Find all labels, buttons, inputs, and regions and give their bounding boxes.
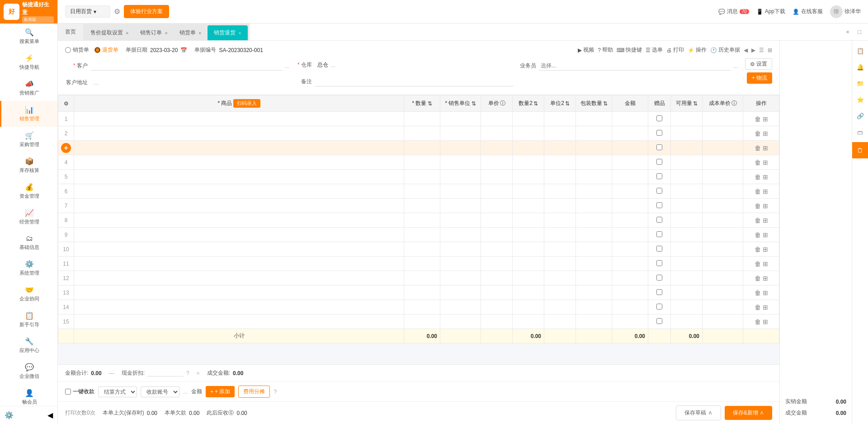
- packqty-cell[interactable]: [576, 112, 612, 126]
- history-nav-next[interactable]: ▶: [751, 47, 755, 53]
- unit2-cell[interactable]: [544, 126, 576, 141]
- window-maximize-btn[interactable]: □: [854, 27, 864, 37]
- unit-cell[interactable]: [440, 271, 481, 286]
- unit2-cell[interactable]: [544, 257, 576, 271]
- calendar-icon[interactable]: 📅: [180, 47, 187, 53]
- copy-row-btn[interactable]: ⊞: [763, 217, 768, 224]
- amount-cell[interactable]: [612, 199, 648, 213]
- copy-row-btn[interactable]: ⊞: [763, 246, 768, 253]
- available-cell[interactable]: [671, 141, 703, 155]
- price-cell[interactable]: [481, 228, 513, 242]
- messages-btn[interactable]: 💬 消息 70: [718, 8, 749, 15]
- unit2-cell[interactable]: [544, 213, 576, 228]
- packqty-cell[interactable]: [576, 170, 612, 184]
- staff-input[interactable]: [539, 61, 731, 71]
- copy-row-btn[interactable]: ⊞: [763, 144, 768, 152]
- user-avatar[interactable]: 徐 徐泽华: [830, 5, 861, 18]
- tab-salesorder-close-icon[interactable]: ×: [165, 30, 167, 36]
- product-cell[interactable]: [74, 314, 404, 329]
- unit2-cell[interactable]: [544, 286, 576, 300]
- cost-cell[interactable]: [703, 199, 743, 213]
- amount-cell[interactable]: [612, 141, 648, 155]
- amount-cell[interactable]: [612, 155, 648, 170]
- onepay-check[interactable]: [65, 389, 71, 395]
- sidebar-item-guide[interactable]: 📋新手引导: [0, 307, 57, 333]
- product-cell[interactable]: [74, 184, 404, 199]
- unit2-cell[interactable]: [544, 271, 576, 286]
- gift-cell[interactable]: [648, 170, 671, 184]
- tab-salesorder[interactable]: 销售订单 ×: [135, 25, 173, 40]
- product-cell[interactable]: [74, 112, 404, 126]
- qty-cell[interactable]: [404, 184, 440, 199]
- qty-cell[interactable]: [404, 314, 440, 329]
- gift-check[interactable]: [656, 231, 662, 237]
- add-row-btn[interactable]: +: [61, 143, 71, 153]
- unit-cell[interactable]: [440, 286, 481, 300]
- sidebar-settings-icon[interactable]: ⚙️: [5, 411, 14, 419]
- amount-cell[interactable]: [612, 286, 648, 300]
- cost-cell[interactable]: [703, 155, 743, 170]
- gift-check[interactable]: [656, 159, 662, 165]
- available-cell[interactable]: [671, 199, 703, 213]
- available-cell[interactable]: [671, 242, 703, 257]
- sidebar-item-search[interactable]: 🔍搜索菜单: [0, 24, 57, 49]
- unit-cell[interactable]: [440, 242, 481, 257]
- available-cell[interactable]: [671, 300, 703, 314]
- qty2-cell[interactable]: [513, 184, 544, 199]
- copy-row-btn[interactable]: ⊞: [763, 188, 768, 195]
- history-btn[interactable]: 🕐 历史单据: [710, 46, 740, 54]
- warehouse-dots[interactable]: ...: [331, 62, 335, 68]
- sidebar-item-appstore[interactable]: 🔧应用中心: [0, 333, 57, 358]
- gift-check[interactable]: [656, 289, 662, 295]
- copy-row-btn[interactable]: ⊞: [763, 173, 768, 181]
- delete-row-btn[interactable]: 🗑: [755, 304, 761, 311]
- available-cell[interactable]: [671, 184, 703, 199]
- cost-cell[interactable]: [703, 170, 743, 184]
- qty2-cell[interactable]: [513, 242, 544, 257]
- packqty-cell[interactable]: [576, 314, 612, 329]
- product-cell[interactable]: [74, 257, 404, 271]
- delete-row-btn[interactable]: 🗑: [755, 115, 761, 123]
- tab-home[interactable]: 首页: [58, 24, 83, 40]
- qty-cell[interactable]: [404, 257, 440, 271]
- view-list-icon[interactable]: ☰: [759, 47, 764, 53]
- sidebar-collapse-icon[interactable]: ◀: [47, 411, 53, 419]
- qty2-cell[interactable]: [513, 155, 544, 170]
- product-cell[interactable]: [74, 300, 404, 314]
- qty-cell[interactable]: [404, 141, 440, 155]
- copy-row-btn[interactable]: ⊞: [763, 202, 768, 210]
- radio-return[interactable]: 退货单: [94, 46, 118, 54]
- price-cell[interactable]: [481, 271, 513, 286]
- delete-row-btn[interactable]: 🗑: [755, 289, 761, 296]
- price-cell[interactable]: [481, 257, 513, 271]
- settings-btn[interactable]: ⚙ 设置: [745, 58, 772, 70]
- cost-cell[interactable]: [703, 314, 743, 329]
- copy-row-btn[interactable]: ⊞: [763, 304, 768, 311]
- packqty-cell[interactable]: [576, 126, 612, 141]
- gift-check[interactable]: [656, 144, 662, 150]
- gift-cell[interactable]: [648, 112, 671, 126]
- amount-cell[interactable]: [612, 271, 648, 286]
- gift-check[interactable]: [656, 318, 662, 324]
- packqty-cell[interactable]: [576, 199, 612, 213]
- cost-cell[interactable]: [703, 184, 743, 199]
- price-cell[interactable]: [481, 300, 513, 314]
- unit-cell[interactable]: [440, 112, 481, 126]
- cost-info-icon[interactable]: ⓘ: [731, 100, 737, 107]
- product-cell[interactable]: [74, 170, 404, 184]
- delete-row-btn[interactable]: 🗑: [755, 231, 761, 238]
- qty-cell[interactable]: [404, 286, 440, 300]
- qty-cell[interactable]: [404, 170, 440, 184]
- gift-check[interactable]: [656, 173, 662, 179]
- price-cell[interactable]: [481, 242, 513, 257]
- amount-cell[interactable]: [612, 300, 648, 314]
- help-btn[interactable]: ? 帮助: [598, 46, 613, 54]
- video-btn[interactable]: ▶ 视频: [578, 46, 594, 54]
- packqty-cell[interactable]: [576, 271, 612, 286]
- product-cell[interactable]: [74, 155, 404, 170]
- qty-cell[interactable]: [404, 126, 440, 141]
- gift-check[interactable]: [656, 188, 662, 194]
- qty2-cell[interactable]: [513, 271, 544, 286]
- right-panel-btn-0[interactable]: 📋: [854, 44, 867, 57]
- gift-cell[interactable]: [648, 286, 671, 300]
